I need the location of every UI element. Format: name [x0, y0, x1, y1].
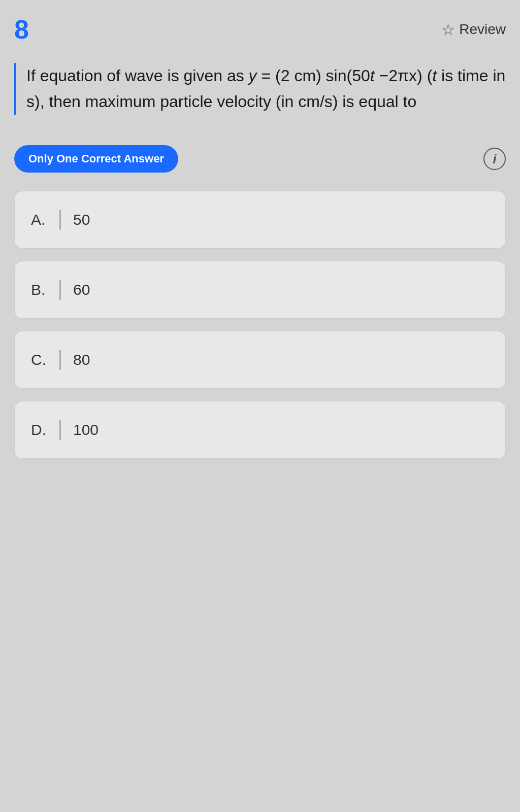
info-icon[interactable]: i [483, 148, 506, 170]
option-c[interactable]: C. 80 [14, 331, 506, 389]
option-b-value: 60 [73, 281, 90, 298]
option-a[interactable]: A. 50 [14, 191, 506, 249]
option-d[interactable]: D. 100 [14, 401, 506, 459]
review-button[interactable]: ☆ Review [441, 21, 506, 39]
star-icon: ☆ [441, 21, 455, 39]
option-b[interactable]: B. 60 [14, 261, 506, 319]
question-text: If equation of wave is given as y = (2 c… [26, 63, 506, 115]
option-d-letter: D. [31, 421, 47, 438]
header: 8 ☆ Review [14, 16, 506, 43]
option-b-divider [59, 280, 61, 300]
option-a-value: 50 [73, 211, 90, 228]
answer-type-badge: Only One Correct Answer [14, 145, 178, 173]
option-a-divider [59, 210, 61, 230]
option-b-letter: B. [31, 281, 47, 298]
page-container: 8 ☆ Review If equation of wave is given … [0, 0, 520, 812]
options-container: A. 50 B. 60 C. 80 D. 100 [14, 191, 506, 459]
badge-row: Only One Correct Answer i [14, 145, 506, 173]
review-label: Review [459, 21, 506, 38]
option-c-value: 80 [73, 351, 90, 368]
info-symbol: i [493, 151, 496, 167]
option-d-value: 100 [73, 421, 99, 438]
option-d-divider [59, 420, 61, 440]
option-a-letter: A. [31, 211, 47, 228]
option-c-divider [59, 350, 61, 370]
option-c-letter: C. [31, 351, 47, 368]
question-number: 8 [14, 16, 29, 43]
question-section: If equation of wave is given as y = (2 c… [14, 63, 506, 115]
